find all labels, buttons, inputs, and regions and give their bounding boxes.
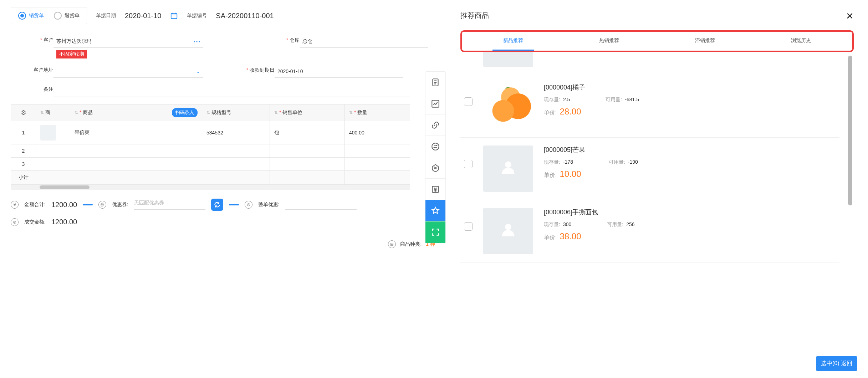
tool-star[interactable] bbox=[425, 200, 445, 221]
product-checkbox[interactable] bbox=[464, 97, 473, 106]
addr-input[interactable]: ⌄ bbox=[53, 65, 203, 78]
svg-point-7 bbox=[505, 224, 511, 230]
h-scrollbar[interactable] bbox=[11, 185, 410, 190]
items-table: ⚙ 商 商品扫码录入 规格型号 销售单位 数量 1 果倍爽 534532 包 4… bbox=[11, 104, 410, 190]
price-value: 28.00 bbox=[560, 107, 581, 116]
tool-expand[interactable] bbox=[425, 221, 445, 243]
amount-value: 1200.00 bbox=[51, 201, 77, 209]
order-type-tabs: 销货单 退货单 bbox=[11, 7, 87, 24]
avail-value: -190 bbox=[628, 159, 638, 165]
price-value: 2.00 bbox=[560, 52, 576, 53]
minus-icon bbox=[229, 204, 239, 205]
tool-yen[interactable] bbox=[425, 179, 445, 200]
remark-label: 备注 bbox=[11, 84, 53, 93]
recommend-panel: ✕ 推荐商品 新品推荐 热销推荐 滞销推荐 浏览历史 250ml 现存量:199… bbox=[446, 0, 868, 378]
col-unit[interactable]: 销售单位 bbox=[270, 104, 345, 121]
deal-icon: ⊛ bbox=[11, 218, 19, 226]
deal-label: 成交金额: bbox=[24, 219, 46, 225]
product-item[interactable]: [0000006]手撕面包 现存量:300 可用量:256 单价:38.00 bbox=[460, 200, 839, 262]
radio-return[interactable]: 退货单 bbox=[54, 12, 80, 20]
radio-sale[interactable]: 销货单 bbox=[18, 12, 44, 20]
product-name: [0000005]芒果 bbox=[544, 145, 836, 154]
product-item[interactable]: [0000005]芒果 现存量:-178 可用量:-190 单价:10.00 bbox=[460, 138, 839, 200]
tab-history[interactable]: 浏览历史 bbox=[780, 32, 822, 51]
table-row[interactable]: 2 bbox=[11, 144, 410, 158]
due-label: 收款到期日 bbox=[232, 65, 275, 73]
product-thumb bbox=[40, 125, 56, 141]
num-label: 单据编号 bbox=[187, 12, 207, 19]
chevron-down-icon: ⌄ bbox=[196, 68, 200, 74]
amount-label: 金额合计: bbox=[24, 201, 46, 208]
tab-new[interactable]: 新品推荐 bbox=[492, 32, 534, 51]
tab-hot[interactable]: 热销推荐 bbox=[588, 32, 630, 51]
refresh-button[interactable] bbox=[211, 199, 223, 211]
recommend-tabs-highlight: 新品推荐 热销推荐 滞销推荐 浏览历史 bbox=[460, 30, 854, 52]
whole-label: 整单优惠: bbox=[258, 201, 280, 208]
product-name: [0000006]手撕面包 bbox=[544, 208, 836, 216]
product-name: [0000004]橘子 bbox=[544, 83, 836, 92]
subtotal-label: 小计 bbox=[11, 171, 36, 184]
product-checkbox[interactable] bbox=[464, 160, 473, 168]
close-icon[interactable]: ✕ bbox=[846, 11, 854, 22]
scan-input-button[interactable]: 扫码录入 bbox=[172, 108, 198, 117]
calendar-icon[interactable] bbox=[170, 12, 178, 20]
account-period-tag: 不固定账期 bbox=[56, 50, 87, 58]
avail-value: -681.5 bbox=[625, 97, 639, 102]
coupon-input[interactable]: 无匹配优惠券 bbox=[134, 200, 205, 210]
stock-value: 300 bbox=[563, 221, 571, 227]
top-row: 销货单 退货单 单据日期 2020-01-10 单据编号 SA-20200110… bbox=[11, 7, 435, 24]
table-row[interactable]: 1 果倍爽 534532 包 400.00 bbox=[11, 121, 410, 144]
customer-input[interactable]: 苏州万达沃尔玛 ⋯ bbox=[53, 35, 203, 48]
remark-input[interactable] bbox=[53, 84, 410, 97]
product-image bbox=[483, 83, 533, 129]
tool-doc[interactable] bbox=[425, 72, 445, 93]
customer-label: 客户 bbox=[11, 35, 53, 44]
tool-chart[interactable] bbox=[425, 93, 445, 114]
product-item[interactable]: 250ml 现存量:19952 可用量:19903 单价:2.00 bbox=[460, 52, 839, 75]
svg-point-3 bbox=[432, 143, 439, 150]
svg-point-6 bbox=[505, 162, 511, 168]
product-image bbox=[483, 52, 533, 67]
stock-value: 2.5 bbox=[563, 97, 570, 102]
col-product[interactable]: 商品扫码录入 bbox=[70, 104, 202, 121]
discount-icon: ⊘ bbox=[245, 201, 252, 209]
gear-icon[interactable]: ⚙ bbox=[21, 109, 26, 117]
table-row[interactable]: 3 bbox=[11, 158, 410, 171]
more-icon[interactable]: ⋯ bbox=[193, 37, 200, 46]
product-image bbox=[483, 145, 533, 192]
date-value[interactable]: 2020-01-10 bbox=[125, 12, 161, 20]
col-spec[interactable]: 规格型号 bbox=[202, 104, 270, 121]
tool-link[interactable] bbox=[425, 114, 445, 136]
vertical-toolbar bbox=[425, 71, 446, 243]
yen-icon: ¥ bbox=[11, 201, 19, 209]
coupon-icon: 券 bbox=[98, 201, 106, 209]
svg-rect-0 bbox=[171, 14, 177, 19]
num-value: SA-20200110-001 bbox=[216, 12, 274, 20]
warehouse-input[interactable]: 总仓 bbox=[300, 35, 428, 48]
product-checkbox[interactable] bbox=[464, 222, 473, 231]
kind-icon: ⊞ bbox=[388, 240, 396, 248]
stock-value: -178 bbox=[563, 159, 573, 165]
col-qty[interactable]: 数量 bbox=[345, 104, 410, 121]
panel-title: 推荐商品 bbox=[460, 11, 854, 20]
tab-slow[interactable]: 滞销推荐 bbox=[684, 32, 726, 51]
whole-discount-input[interactable] bbox=[285, 200, 357, 210]
product-item[interactable]: [0000004]橘子 现存量:2.5 可用量:-681.5 单价:28.00 bbox=[460, 75, 839, 138]
col-thumb[interactable]: 商 bbox=[36, 104, 70, 121]
tool-swap[interactable] bbox=[425, 136, 445, 157]
selected-return-button[interactable]: 选中(0) 返回 bbox=[816, 356, 857, 371]
coupon-label: 优惠券: bbox=[112, 201, 128, 208]
avail-value: 256 bbox=[626, 221, 634, 227]
price-value: 38.00 bbox=[560, 231, 581, 241]
date-label: 单据日期 bbox=[96, 12, 116, 19]
product-image bbox=[483, 208, 533, 254]
v-scrollbar[interactable] bbox=[848, 56, 852, 205]
tool-deny[interactable] bbox=[425, 157, 445, 179]
warehouse-label: 仓库 bbox=[257, 35, 300, 44]
kind-label: 商品种类: bbox=[400, 241, 422, 247]
addr-label: 客户地址 bbox=[11, 65, 53, 73]
due-input[interactable]: 2020-01-10 bbox=[275, 65, 403, 78]
price-value: 10.00 bbox=[560, 169, 581, 179]
minus-icon bbox=[83, 204, 93, 205]
deal-value: 1200.00 bbox=[51, 218, 77, 226]
